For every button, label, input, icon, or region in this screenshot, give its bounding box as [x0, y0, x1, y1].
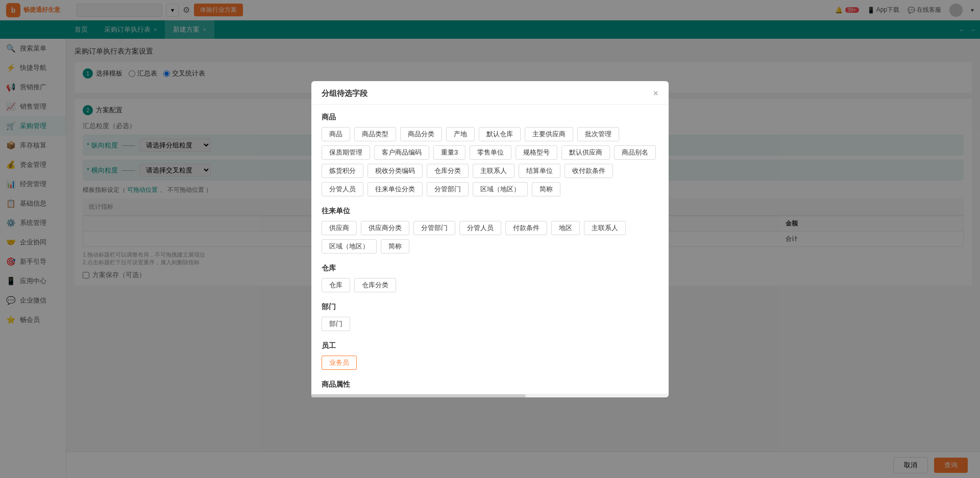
- field-tag[interactable]: 分管人员: [322, 182, 363, 196]
- section-goods-tags: 商品 商品类型 商品分类 产地 默认仓库 主要供应商 批次管理 保质期管理 客户…: [322, 127, 658, 196]
- field-tag[interactable]: 保质期管理: [322, 145, 370, 160]
- field-tag[interactable]: 收付款条件: [565, 164, 613, 178]
- field-tag[interactable]: 仓库分类: [354, 278, 396, 292]
- field-tag[interactable]: 商品分类: [400, 127, 442, 141]
- field-tag[interactable]: 主联系人: [584, 221, 626, 235]
- field-tag[interactable]: 简称: [381, 239, 409, 254]
- section-goods: 商品 商品 商品类型 商品分类 产地 默认仓库 主要供应商 批次管理 保质期管理…: [322, 113, 658, 196]
- field-tag[interactable]: 商品别名: [614, 145, 656, 160]
- section-warehouse: 仓库 仓库 仓库分类: [322, 264, 658, 292]
- field-tag[interactable]: 付款条件: [505, 221, 547, 235]
- field-tag[interactable]: 简称: [532, 182, 560, 196]
- field-tag[interactable]: 供应商: [322, 221, 357, 235]
- modal-title: 分组待选字段: [322, 89, 368, 98]
- field-tag[interactable]: 税收分类编码: [368, 164, 423, 178]
- field-tag[interactable]: 业务员: [322, 356, 357, 370]
- field-tag[interactable]: 分管部门: [427, 182, 469, 196]
- section-goods-attr: 商品属性 属性 颜色 多规格 尺码 鞋码 1: [322, 380, 658, 394]
- field-tag[interactable]: 客户商品编码: [374, 145, 429, 160]
- modal: 分组待选字段 × 商品 商品 商品类型 商品分类 产地 默认仓库 主要供应商 批…: [311, 81, 669, 397]
- section-employee: 员工 业务员: [322, 341, 658, 370]
- section-partner-tags: 供应商 供应商分类 分管部门 分管人员 付款条件 地区 主联系人 区域（地区） …: [322, 221, 658, 254]
- field-tag[interactable]: 主联系人: [473, 164, 514, 178]
- modal-body: 商品 商品 商品类型 商品分类 产地 默认仓库 主要供应商 批次管理 保质期管理…: [311, 105, 669, 394]
- field-tag[interactable]: 商品类型: [354, 127, 396, 141]
- section-partner-title: 往来单位: [322, 207, 658, 216]
- modal-overlay[interactable]: 分组待选字段 × 商品 商品 商品类型 商品分类 产地 默认仓库 主要供应商 批…: [0, 0, 980, 478]
- modal-close-btn[interactable]: ×: [653, 88, 658, 99]
- modal-scrollbar[interactable]: [311, 394, 669, 397]
- field-tag[interactable]: 仓库分类: [427, 164, 469, 178]
- field-tag[interactable]: 供应商分类: [361, 221, 409, 235]
- field-tag[interactable]: 零售单位: [470, 145, 511, 160]
- field-tag[interactable]: 分管人员: [459, 221, 501, 235]
- field-tag[interactable]: 商品: [322, 127, 350, 141]
- section-warehouse-tags: 仓库 仓库分类: [322, 278, 658, 292]
- modal-scrollbar-thumb: [311, 394, 526, 397]
- section-employee-tags: 业务员: [322, 356, 658, 370]
- section-department-title: 部门: [322, 303, 658, 312]
- field-tag[interactable]: 结算单位: [519, 164, 560, 178]
- field-tag[interactable]: 批次管理: [577, 127, 619, 141]
- section-partner: 往来单位 供应商 供应商分类 分管部门 分管人员 付款条件 地区 主联系人 区域…: [322, 207, 658, 254]
- field-tag[interactable]: 规格型号: [516, 145, 557, 160]
- field-tag[interactable]: 产地: [446, 127, 475, 141]
- field-tag[interactable]: 地区: [551, 221, 580, 235]
- field-tag[interactable]: 主要供应商: [525, 127, 573, 141]
- field-tag[interactable]: 部门: [322, 317, 350, 331]
- field-tag[interactable]: 分管部门: [413, 221, 455, 235]
- section-employee-title: 员工: [322, 341, 658, 350]
- section-department-tags: 部门: [322, 317, 658, 331]
- section-goods-title: 商品: [322, 113, 658, 122]
- field-tag[interactable]: 炼货积分: [322, 164, 363, 178]
- section-goods-attr-title: 商品属性: [322, 380, 658, 389]
- field-tag[interactable]: 区域（地区）: [322, 239, 377, 254]
- field-tag[interactable]: 区域（地区）: [473, 182, 528, 196]
- field-tag[interactable]: 默认供应商: [561, 145, 610, 160]
- field-tag[interactable]: 仓库: [322, 278, 350, 292]
- field-tag[interactable]: 重量3: [433, 145, 465, 160]
- field-tag[interactable]: 默认仓库: [479, 127, 521, 141]
- section-warehouse-title: 仓库: [322, 264, 658, 273]
- modal-header: 分组待选字段 ×: [311, 81, 669, 105]
- section-department: 部门 部门: [322, 303, 658, 331]
- field-tag[interactable]: 往来单位分类: [368, 182, 423, 196]
